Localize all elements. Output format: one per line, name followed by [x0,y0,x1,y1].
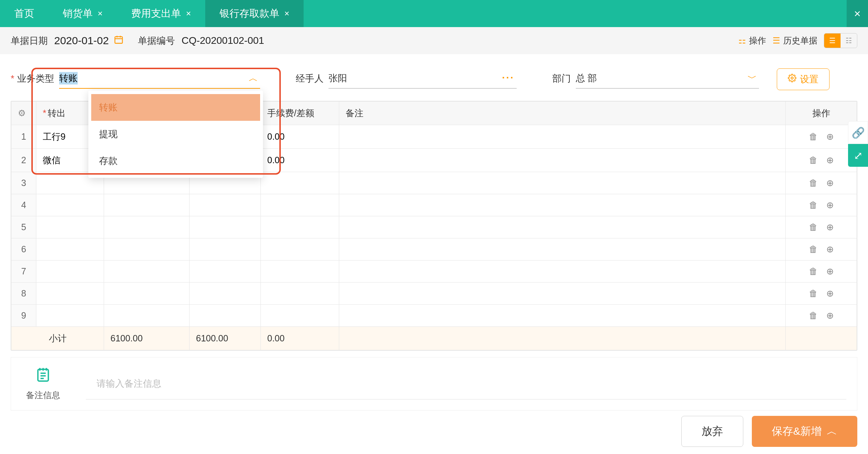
cell-fee[interactable]: 0.00 [261,149,339,172]
biz-type-value[interactable]: 转账 [59,72,78,84]
calendar-icon[interactable] [114,35,124,47]
subtotal-label: 小计 [11,327,104,350]
table-row[interactable]: 8🗑⊕ [11,283,857,305]
delete-icon[interactable]: 🗑 [809,222,818,232]
settings-button[interactable]: 设置 [777,68,830,90]
ops-button[interactable]: ⚏操作 [738,35,766,46]
col-action-label: 操作 [812,108,830,118]
view-toggle: ☰ ☷ [824,33,857,48]
grid-icon: ⚏ [738,36,746,46]
ops-label: 操作 [749,35,766,46]
dropdown-option-withdraw[interactable]: 提现 [91,121,260,148]
handler-field[interactable]: 经手人 张阳 ··· [296,68,517,89]
tab-home[interactable]: 首页 [0,0,48,27]
tab-home-label: 首页 [14,7,34,20]
dropdown-option-transfer[interactable]: 转账 [91,94,260,121]
dept-value[interactable]: 总 部 [576,72,597,84]
close-icon[interactable]: × [98,9,103,19]
col-gear[interactable]: ⚙ [11,102,36,125]
close-icon[interactable]: × [284,9,289,19]
add-row-icon[interactable]: ⊕ [826,310,834,321]
col-remark[interactable]: 备注 [339,102,786,125]
col-remark-label: 备注 [346,108,363,118]
svg-point-4 [791,77,793,79]
add-row-icon[interactable]: ⊕ [826,155,834,165]
save-button[interactable]: 保存&新增︿ [752,416,857,447]
add-row-icon[interactable]: ⊕ [826,200,834,210]
table-row[interactable]: 4🗑⊕ [11,194,857,216]
chevron-down-icon[interactable]: ﹀ [748,72,759,84]
close-icon[interactable]: × [186,9,191,19]
remark-bar: 备注信息 请输入备注信息 [11,357,857,411]
gear-icon: ⚙ [18,108,26,118]
table-row[interactable]: 5🗑⊕ [11,216,857,238]
date-value[interactable]: 2020-01-02 [54,35,109,47]
tab-bar: 首页 销货单× 费用支出单× 银行存取款单× × [0,0,868,27]
handler-value[interactable]: 张阳 [329,72,347,84]
delete-icon[interactable]: 🗑 [809,288,818,299]
delete-icon[interactable]: 🗑 [809,244,818,254]
save-label: 保存&新增 [772,424,822,439]
svg-rect-0 [115,36,123,43]
add-row-icon[interactable]: ⊕ [826,288,834,299]
tab-sales-label: 销货单 [63,7,93,20]
col-fee-label: 手续费/差额 [267,108,314,118]
cell-fee[interactable]: 0.00 [261,125,339,149]
required-mark: * [11,73,14,84]
table-row[interactable]: 9🗑⊕ [11,305,857,327]
cell-remark[interactable] [339,125,786,149]
dept-field[interactable]: 部门 总 部 ﹀ [552,68,759,89]
footer-actions: 放弃 保存&新增︿ [681,416,857,447]
handler-label: 经手人 [296,72,324,85]
dropdown-option-deposit[interactable]: 存款 [91,148,260,174]
tab-sales-order[interactable]: 销货单× [48,0,117,27]
add-row-icon[interactable]: ⊕ [826,178,834,188]
attachment-button[interactable]: 🔗 [848,121,868,144]
add-row-icon[interactable]: ⊕ [826,266,834,277]
tabbar-close-button[interactable]: × [847,0,868,27]
history-button[interactable]: ☰历史单据 [773,35,817,46]
add-row-icon[interactable]: ⊕ [826,131,834,142]
tab-expense-label: 费用支出单 [131,7,181,20]
biz-type-field[interactable]: * 业务类型 转账 ︿ [11,68,260,89]
delete-icon[interactable]: 🗑 [809,178,818,188]
side-toolbar: 🔗 ⤢ [848,121,868,167]
cell-action: 🗑⊕ [786,125,857,149]
delete-icon[interactable]: 🗑 [809,310,818,321]
delete-icon[interactable]: 🗑 [809,131,818,142]
subtotal-out: 6100.00 [104,327,190,350]
col-action: 操作 [786,102,857,125]
dept-label: 部门 [552,72,571,85]
add-row-icon[interactable]: ⊕ [826,222,834,232]
add-row-icon[interactable]: ⊕ [826,244,834,254]
history-label: 历史单据 [783,35,817,46]
link-icon: 🔗 [852,127,865,139]
tab-bank-transfer[interactable]: 银行存取款单× [205,0,304,27]
more-icon[interactable]: ··· [502,72,517,84]
view-grid-button[interactable]: ☷ [841,33,857,48]
row-index: 1 [11,125,36,149]
settings-label: 设置 [800,73,818,86]
note-icon [35,367,51,386]
delete-icon[interactable]: 🗑 [809,155,818,165]
remark-input[interactable]: 请输入备注信息 [86,368,846,400]
view-list-button[interactable]: ☰ [824,33,841,48]
chevron-up-icon[interactable]: ︿ [249,72,260,84]
biz-type-dropdown: 转账 提现 存款 [88,91,263,178]
tab-expense[interactable]: 费用支出单× [117,0,205,27]
table-row[interactable]: 6🗑⊕ [11,238,857,260]
list-icon: ☰ [773,36,780,46]
row-index: 2 [11,149,36,172]
col-out-label: 转出 [48,108,66,118]
subtotal-in: 6100.00 [190,327,261,350]
expand-button[interactable]: ⤢ [848,144,868,167]
chevron-up-icon: ︿ [827,424,837,439]
expand-icon: ⤢ [854,149,863,162]
table-row[interactable]: 7🗑⊕ [11,260,857,283]
delete-icon[interactable]: 🗑 [809,266,818,277]
subtotal-row: 小计 6100.00 6100.00 0.00 [11,327,857,350]
num-label: 单据编号 [138,35,175,47]
cancel-button[interactable]: 放弃 [681,416,743,447]
col-fee[interactable]: 手续费/差额 [261,102,339,125]
delete-icon[interactable]: 🗑 [809,200,818,210]
